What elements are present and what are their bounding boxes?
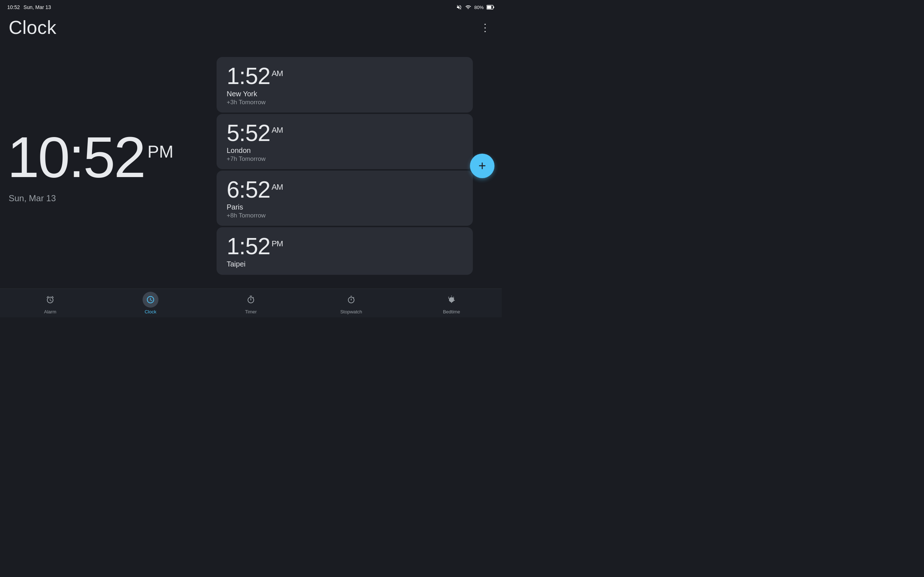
local-time-digits: 10:52 — [7, 125, 144, 189]
newyork-time-digits: 1:52 — [227, 63, 270, 89]
status-left: 10:52 Sun, Mar 13 — [7, 4, 51, 10]
alarm-nav-label: Alarm — [44, 309, 56, 314]
stopwatch-nav-label: Stopwatch — [340, 309, 362, 314]
newyork-time: 1:52AM — [227, 63, 463, 89]
status-time: 10:52 — [7, 4, 20, 10]
mute-icon — [456, 4, 462, 10]
status-right: 80% — [456, 4, 494, 10]
main-content: 10:52PM Sun, Mar 13 1:52AM New York +3h … — [0, 42, 502, 290]
clock-card-london: 5:52AM London +7h Tomorrow — [216, 114, 473, 169]
bottom-nav: Alarm Clock Timer Stopwatch — [0, 288, 502, 318]
local-clock-area: 10:52PM Sun, Mar 13 — [0, 42, 209, 290]
alarm-icon — [46, 295, 55, 304]
clock-icon — [146, 295, 155, 304]
svg-rect-1 — [487, 6, 491, 9]
london-offset: +7h Tomorrow — [227, 155, 463, 163]
taipei-ampm: PM — [272, 239, 283, 248]
london-time: 5:52AM — [227, 121, 463, 146]
alarm-nav-icon-bg — [42, 292, 58, 308]
battery-icon — [486, 5, 494, 10]
status-date: Sun, Mar 13 — [23, 4, 51, 10]
newyork-ampm: AM — [272, 69, 283, 78]
status-bar: 10:52 Sun, Mar 13 80% — [0, 0, 502, 13]
taipei-city: Taipei — [227, 260, 463, 268]
add-clock-fab[interactable]: + — [470, 154, 494, 178]
london-city: London — [227, 147, 463, 155]
local-clock-date: Sun, Mar 13 — [9, 193, 56, 203]
paris-time-digits: 6:52 — [227, 177, 270, 203]
timer-nav-label: Timer — [245, 309, 257, 314]
london-time-digits: 5:52 — [227, 120, 270, 146]
local-time-ampm: PM — [147, 142, 173, 161]
paris-time: 6:52AM — [227, 177, 463, 202]
newyork-city: New York — [227, 90, 463, 98]
clock-nav-icon-bg — [142, 292, 158, 308]
wifi-icon — [465, 4, 472, 10]
taipei-time: 1:52PM — [227, 234, 463, 259]
newyork-offset: +3h Tomorrow — [227, 99, 463, 106]
header: Clock ⋮ — [0, 13, 502, 42]
paris-city: Paris — [227, 203, 463, 211]
clock-card-taipei: 1:52PM Taipei — [216, 227, 473, 274]
london-ampm: AM — [272, 126, 283, 134]
nav-item-timer[interactable]: Timer — [201, 289, 301, 318]
bedtime-icon — [447, 295, 456, 304]
bedtime-nav-label: Bedtime — [443, 309, 460, 314]
fab-plus-icon: + — [478, 158, 486, 174]
paris-ampm: AM — [272, 182, 283, 192]
nav-item-alarm[interactable]: Alarm — [0, 289, 100, 318]
local-clock-time: 10:52PM — [7, 128, 173, 186]
nav-item-bedtime[interactable]: Bedtime — [401, 289, 502, 318]
menu-button[interactable]: ⋮ — [477, 19, 493, 36]
stopwatch-nav-icon-bg — [343, 292, 359, 308]
taipei-time-digits: 1:52 — [227, 233, 270, 259]
world-clocks-list: 1:52AM New York +3h Tomorrow 5:52AM Lond… — [209, 42, 502, 290]
paris-offset: +8h Tomorrow — [227, 212, 463, 219]
clock-card-newyork: 1:52AM New York +3h Tomorrow — [216, 57, 473, 112]
battery-percent: 80% — [474, 5, 484, 10]
nav-item-stopwatch[interactable]: Stopwatch — [301, 289, 401, 318]
clock-nav-label: Clock — [145, 309, 157, 314]
bedtime-nav-icon-bg — [444, 292, 459, 308]
timer-nav-icon-bg — [243, 292, 259, 308]
nav-item-clock[interactable]: Clock — [100, 289, 201, 318]
stopwatch-icon — [347, 295, 355, 304]
clock-card-paris: 6:52AM Paris +8h Tomorrow — [216, 171, 473, 226]
timer-icon — [247, 295, 255, 304]
svg-rect-2 — [493, 6, 494, 8]
app-title: Clock — [9, 16, 57, 38]
